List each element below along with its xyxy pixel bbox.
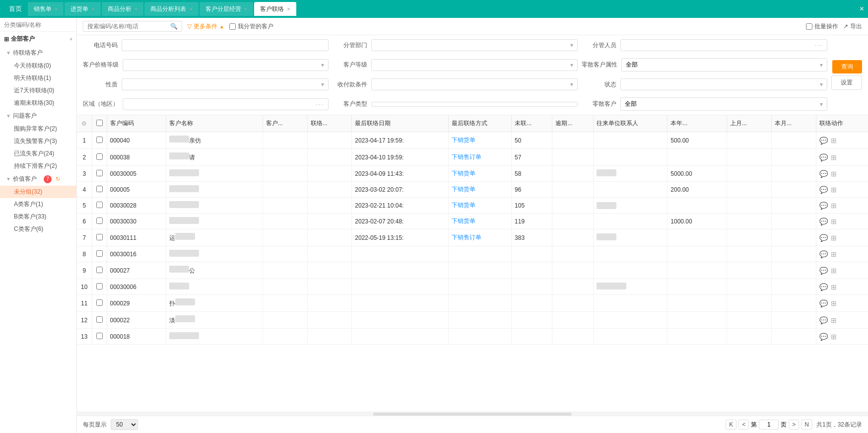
row-check[interactable]	[92, 229, 107, 246]
row-check[interactable]	[92, 329, 107, 345]
close-purchase-icon[interactable]: ×	[91, 6, 94, 12]
first-page-btn[interactable]: K	[726, 420, 736, 430]
message-icon[interactable]: 💬	[819, 283, 828, 291]
all-customers-header[interactable]: ⊞ 全部客户 «	[0, 32, 76, 46]
grid-action-icon[interactable]: ⊞	[831, 153, 837, 161]
col-year-header[interactable]: 本年...	[668, 115, 727, 132]
filter-search-icon[interactable]: 🔍	[170, 23, 178, 30]
payment-select[interactable]: ▾	[371, 78, 578, 90]
col-contact-header[interactable]: 联络...	[307, 115, 352, 132]
message-icon[interactable]: 💬	[819, 316, 828, 324]
grid-action-icon[interactable]: ⊞	[831, 283, 837, 291]
tab-customer-segment[interactable]: 客户分层经营 ×	[200, 2, 253, 16]
col-this-month-header[interactable]: 本月...	[771, 115, 816, 132]
col-partner-header[interactable]: 往来单位联系人	[593, 115, 668, 132]
close-all-icon[interactable]: ×	[860, 4, 864, 13]
message-icon[interactable]: 💬	[819, 250, 828, 258]
grid-action-icon[interactable]: ⊞	[831, 170, 837, 178]
cust-type-select[interactable]	[371, 102, 578, 107]
row-check[interactable]	[92, 132, 107, 149]
sidebar-item-lost[interactable]: 已流失客户(24)	[0, 147, 76, 160]
col-last-way-header[interactable]: 最后联络方式	[448, 115, 511, 132]
message-icon[interactable]: 💬	[819, 137, 828, 144]
query-button[interactable]: 查询	[832, 60, 862, 73]
message-icon[interactable]: 💬	[819, 234, 828, 242]
more-conditions-btn[interactable]: ▽ 更多条件 ▲	[187, 22, 224, 31]
filter-search-box[interactable]: 🔍	[83, 21, 182, 32]
row-check[interactable]	[92, 214, 107, 229]
group-value-customers[interactable]: ▼ 价值客户 7 ↻	[0, 172, 76, 186]
tab-product-analysis-list[interactable]: 商品分析列表 ×	[144, 2, 198, 16]
sidebar-item-a-class[interactable]: A类客户(1)	[0, 198, 76, 211]
tab-customer-contact[interactable]: 客户联络 ×	[254, 2, 296, 16]
sidebar-item-declining[interactable]: 持续下滑客户(2)	[0, 160, 76, 172]
sidebar-item-tomorrow[interactable]: 明天待联络(1)	[0, 72, 76, 84]
row-check[interactable]	[92, 246, 107, 262]
sidebar-item-today[interactable]: 今天待联络(0)	[0, 60, 76, 72]
scatter-select[interactable]: 全部 ▾	[620, 97, 827, 111]
col-type-header[interactable]: 客户...	[263, 115, 307, 132]
close-customer-contact-icon[interactable]: ×	[287, 6, 290, 12]
row-check[interactable]	[92, 182, 107, 198]
sidebar-item-overdue[interactable]: 逾期未联络(30)	[0, 97, 76, 109]
cust-level-select[interactable]: ▾	[371, 59, 578, 71]
prev-page-btn[interactable]: <	[738, 420, 749, 430]
batch-op-btn[interactable]: 批量操作	[806, 22, 838, 31]
sidebar-item-warning[interactable]: 流失预警客户(3)	[0, 135, 76, 147]
col-last-month-header[interactable]: 上月...	[727, 115, 772, 132]
grid-action-icon[interactable]: ⊞	[831, 267, 837, 275]
grid-action-icon[interactable]: ⊞	[831, 217, 837, 225]
status-select[interactable]: ▾	[620, 78, 827, 90]
message-icon[interactable]: 💬	[819, 202, 828, 210]
grid-action-icon[interactable]: ⊞	[831, 299, 837, 307]
sidebar-item-ungroup[interactable]: 未分组(32)	[0, 186, 76, 198]
col-name-header[interactable]: 客户名称	[166, 115, 263, 132]
page-number-input[interactable]	[759, 420, 779, 430]
close-product-analysis-icon[interactable]: ×	[134, 6, 137, 12]
sidebar-item-7days[interactable]: 近7天待联络(0)	[0, 84, 76, 97]
row-check[interactable]	[92, 198, 107, 214]
group-pending-contact[interactable]: ▼ 待联络客户	[0, 46, 76, 60]
row-check[interactable]	[92, 312, 107, 329]
tab-sales-order[interactable]: 销售单 ×	[28, 2, 64, 16]
reset-button[interactable]: 设置	[831, 75, 862, 90]
grid-action-icon[interactable]: ⊞	[831, 137, 837, 144]
dept-select[interactable]: ▾	[371, 39, 578, 51]
close-product-list-icon[interactable]: ×	[189, 6, 192, 12]
col-overdue-header[interactable]: 逾期...	[552, 115, 593, 132]
per-page-select[interactable]: 50 20 100	[111, 419, 138, 430]
row-check[interactable]	[92, 279, 107, 295]
row-check[interactable]	[92, 262, 107, 279]
row-check[interactable]	[92, 149, 107, 166]
message-icon[interactable]: 💬	[819, 170, 828, 178]
collapse-icon[interactable]: «	[69, 36, 72, 42]
grid-action-icon[interactable]: ⊞	[831, 250, 837, 258]
row-check[interactable]	[92, 166, 107, 182]
grid-action-icon[interactable]: ⊞	[831, 202, 837, 210]
nature-select[interactable]: ▾	[122, 78, 329, 90]
phone-input[interactable]	[122, 39, 329, 51]
sidebar-search-bar[interactable]: 🔍	[0, 18, 76, 32]
person-select[interactable]: ···	[620, 39, 827, 51]
close-sales-order-icon[interactable]: ×	[55, 6, 58, 12]
tab-product-analysis[interactable]: 商品分析 ×	[102, 2, 143, 16]
home-tab[interactable]: 首页	[4, 4, 27, 13]
grid-action-icon[interactable]: ⊞	[831, 234, 837, 242]
tab-purchase-order[interactable]: 进货单 ×	[65, 2, 100, 16]
export-btn[interactable]: ↗ 导出	[843, 22, 862, 31]
col-code-header[interactable]: 客户编码	[107, 115, 166, 132]
my-customers-checkbox[interactable]	[229, 23, 236, 30]
grid-action-icon[interactable]: ⊞	[831, 316, 837, 324]
refresh-icon[interactable]: ↻	[56, 176, 60, 182]
grid-action-icon[interactable]: ⊞	[831, 186, 837, 194]
message-icon[interactable]: 💬	[819, 299, 828, 307]
last-page-btn[interactable]: N	[801, 420, 812, 430]
message-icon[interactable]: 💬	[819, 217, 828, 225]
select-all-checkbox[interactable]	[96, 120, 103, 126]
sidebar-item-abnormal[interactable]: 囤购异常客户(2)	[0, 123, 76, 135]
group-problem-customers[interactable]: ▼ 问题客户	[0, 109, 76, 123]
next-page-btn[interactable]: >	[789, 420, 799, 430]
col-last-date-header[interactable]: 最后联络日期	[352, 115, 449, 132]
grid-action-icon[interactable]: ⊞	[831, 333, 837, 341]
filter-search-input[interactable]	[87, 23, 167, 30]
